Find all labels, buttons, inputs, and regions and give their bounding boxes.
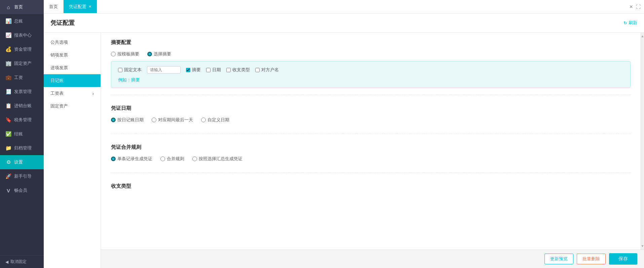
sidebar-item-archive[interactable]: 📁 归档管理 (0, 141, 44, 155)
sidebar-item-vip[interactable]: V 畅会员 (0, 183, 44, 197)
batch-delete-button[interactable]: 批量删除 (577, 254, 606, 264)
checkbox-summary[interactable]: 摘要 (186, 67, 201, 73)
tab-home[interactable]: 首页 (44, 0, 64, 13)
assets-icon: 🏢 (5, 60, 11, 66)
checkbox-date[interactable]: 日期 (206, 67, 221, 73)
expand-icon: › (92, 91, 94, 96)
radio-single-record[interactable]: 单条记录生成凭证 (111, 156, 152, 162)
page-content: 凭证配置 ↻ 刷新 公共选项 销项发票 进项发票 日记账 (44, 13, 644, 268)
summary-options-box: 固定文本 摘要 日期 (111, 61, 631, 88)
unpin-button[interactable]: ◀ 取消固定 (0, 255, 44, 268)
sidebar-item-closing[interactable]: ✅ 结账 (0, 127, 44, 141)
tax-icon: 🔖 (5, 117, 11, 123)
update-preview-button[interactable]: 更新预览 (544, 254, 573, 264)
income-expense-section: 收支类型 (111, 183, 631, 202)
sidebar-item-ledger[interactable]: 📊 总账 (0, 14, 44, 28)
checkbox-counterparty[interactable]: 对方户名 (255, 67, 279, 73)
sidebar-item-purchase-sale[interactable]: 📋 进销台账 (0, 99, 44, 113)
fixed-text-input[interactable] (147, 66, 181, 74)
invoice-mgmt-icon: 🧾 (5, 89, 11, 95)
voucher-date-section: 凭证日期 按日记账日期 对应期间最后一天 (111, 105, 631, 134)
voucher-date-radio-group: 按日记账日期 对应期间最后一天 自定义日期 (111, 117, 631, 123)
sidebar-item-settings[interactable]: ⚙ 设置 (0, 155, 44, 169)
income-expense-title: 收支类型 (111, 183, 631, 189)
tab-close-icon[interactable]: ✕ (88, 4, 91, 9)
example-text: 例如：摘要 (118, 77, 623, 83)
sidebar-item-guide[interactable]: 🚀 新手引导 (0, 169, 44, 183)
summary-options-row: 固定文本 摘要 日期 (118, 66, 623, 74)
closing-icon: ✅ (5, 131, 11, 137)
tab-actions: ✕ ⛶ (629, 4, 644, 9)
left-nav-sales-invoice[interactable]: 销项发票 (44, 49, 101, 61)
left-nav-public[interactable]: 公共选项 (44, 36, 101, 49)
settings-icon: ⚙ (5, 159, 11, 165)
sidebar-item-invoice-mgmt[interactable]: 🧾 发票管理 (0, 85, 44, 99)
radio-select-summary[interactable]: 选择摘要 (147, 51, 171, 57)
radio-custom-date[interactable]: 自定义日期 (201, 117, 229, 123)
summary-radio-group: 按模板摘要 选择摘要 (111, 51, 631, 57)
left-nav-purchase-invoice[interactable]: 进项发票 (44, 61, 101, 74)
merge-rules-section: 凭证合并规则 单条记录生成凭证 合并规则 (111, 144, 631, 173)
scroll-indicator: ▲ ▼ (641, 33, 644, 250)
radio-last-day-of-period[interactable]: 对应期间最后一天 (152, 117, 193, 123)
right-content: 摘要配置 按模板摘要 选择摘要 (101, 33, 641, 250)
checkbox-fixed-text[interactable]: 固定文本 (118, 67, 142, 73)
save-button[interactable]: 保存 (609, 253, 637, 265)
sidebar-item-funds[interactable]: 💰 资金管理 (0, 42, 44, 56)
purchase-sale-icon: 📋 (5, 103, 11, 109)
summary-section-title: 摘要配置 (111, 39, 631, 46)
checkbox-income-expense-type[interactable]: 收支类型 (226, 67, 250, 73)
unpin-icon: ◀ (5, 260, 8, 264)
sidebar-item-reports[interactable]: 📈 报表中心 (0, 28, 44, 42)
main-area: 首页 凭证配置 ✕ ✕ ⛶ 凭证配置 ↻ 刷新 公共选项 (44, 0, 644, 268)
refresh-icon: ↻ (623, 20, 627, 26)
fullscreen-button[interactable]: ⛶ (636, 4, 641, 9)
guide-icon: 🚀 (5, 173, 11, 179)
refresh-button[interactable]: ↻ 刷新 (623, 20, 637, 26)
sidebar-item-tax[interactable]: 🔖 税务管理 (0, 113, 44, 127)
radio-generate-by-selection[interactable]: 按照选择汇总生成凭证 (192, 156, 242, 162)
voucher-date-title: 凭证日期 (111, 105, 631, 111)
radio-by-journal-date[interactable]: 按日记账日期 (111, 117, 144, 123)
radio-template-summary[interactable]: 按模板摘要 (111, 51, 139, 57)
sidebar-item-assets[interactable]: 🏢 固定资产 (0, 56, 44, 71)
vip-icon: V (5, 188, 11, 193)
tab-bar: 首页 凭证配置 ✕ ✕ ⛶ (44, 0, 644, 13)
left-nav-journal[interactable]: 日记账 (44, 74, 101, 87)
left-nav: 公共选项 销项发票 进项发票 日记账 工资表 › 固定资产 (44, 33, 101, 268)
sidebar-item-home[interactable]: ⌂ 首页 (0, 0, 44, 14)
page-title: 凭证配置 (50, 19, 75, 27)
summary-section: 摘要配置 按模板摘要 选择摘要 (111, 39, 631, 95)
sidebar: ⌂ 首页 📊 总账 📈 报表中心 💰 资金管理 🏢 固定资产 💼 工资 🧾 发票… (0, 0, 44, 268)
funds-icon: 💰 (5, 46, 11, 52)
archive-icon: 📁 (5, 145, 11, 151)
sidebar-item-payroll[interactable]: 💼 工资 (0, 71, 44, 85)
merge-rules-radio-group: 单条记录生成凭证 合并规则 按照选择汇总生成凭证 (111, 156, 631, 162)
payroll-icon: 💼 (5, 75, 11, 81)
close-window-button[interactable]: ✕ (629, 4, 633, 9)
home-icon: ⌂ (5, 4, 11, 10)
page-header: 凭证配置 ↻ 刷新 (44, 13, 644, 33)
ledger-icon: 📊 (5, 18, 11, 24)
tab-voucher-config[interactable]: 凭证配置 ✕ (64, 0, 97, 13)
bottom-bar: 更新预览 批量删除 保存 (101, 250, 644, 268)
left-nav-payroll-table[interactable]: 工资表 › (44, 87, 101, 100)
radio-merge-rule[interactable]: 合并规则 (160, 156, 184, 162)
merge-rules-title: 凭证合并规则 (111, 144, 631, 150)
left-nav-fixed-assets[interactable]: 固定资产 (44, 100, 101, 113)
content-layout: 公共选项 销项发票 进项发票 日记账 工资表 › 固定资产 (44, 33, 644, 268)
reports-icon: 📈 (5, 32, 11, 38)
